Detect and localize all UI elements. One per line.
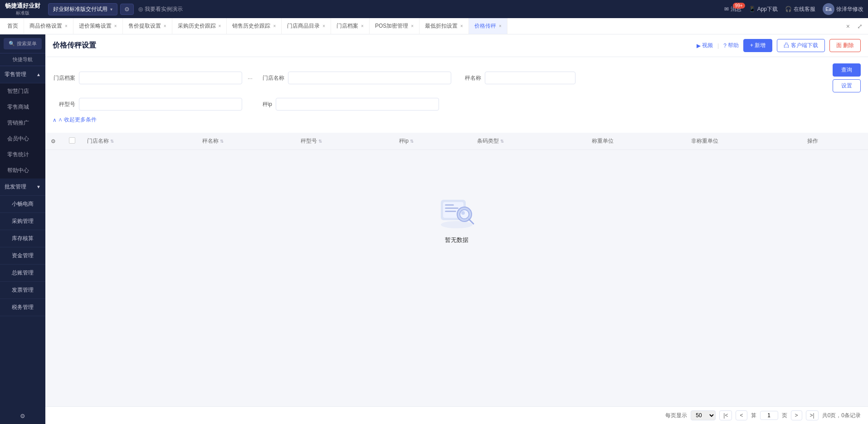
th-scale-ip-label: 秤ip	[399, 138, 409, 144]
maximize-tab-button[interactable]: ⤢	[853, 21, 866, 32]
sidebar-item-inventory-label: 库存核算	[12, 235, 34, 242]
page-label: 算	[751, 412, 756, 419]
th-scale-ip[interactable]: 秤ip ⇅	[394, 133, 472, 150]
scale-ip-input[interactable]	[276, 98, 439, 111]
tab-sale-price-close[interactable]: ×	[164, 24, 166, 29]
tab-price-scale-close[interactable]: ×	[499, 24, 502, 29]
app-download-button[interactable]: 📱 App下载	[749, 5, 778, 13]
store-profile-dots[interactable]: ···	[246, 75, 254, 82]
user-menu[interactable]: Ea 徐泽华修改	[823, 3, 863, 15]
store-name-input[interactable]	[288, 72, 451, 84]
collapse-filter-button[interactable]: ∧ ∧ 收起更多条件	[53, 116, 861, 124]
page-actions: ▶ 视频 | ? 帮助 + 新增 凸 客户端下载 面 删除	[697, 39, 861, 52]
sidebar-search: 🔍 搜索菜单	[0, 34, 45, 53]
tab-min-discount[interactable]: 最低折扣设置 ×	[419, 18, 469, 34]
settings-button[interactable]: ⚙	[120, 4, 134, 15]
first-page-button[interactable]: |<	[719, 410, 732, 420]
tab-sale-history-close[interactable]: ×	[273, 24, 276, 29]
sidebar-item-retail[interactable]: 零售管理 ▲	[0, 66, 45, 83]
sort-icon: ⇅	[110, 139, 114, 144]
th-scale-name[interactable]: 秤名称 ⇅	[197, 133, 295, 150]
th-scale-model[interactable]: 秤型号 ⇅	[295, 133, 394, 150]
sidebar-item-smart-store[interactable]: 智慧门店	[0, 83, 45, 99]
tab-price-settings[interactable]: 商品价格设置 ×	[24, 18, 73, 34]
add-button[interactable]: + 新增	[743, 39, 772, 52]
tab-sale-history[interactable]: 销售历史价跟踪 ×	[227, 18, 282, 34]
total-info: 共0页，0条记录	[822, 412, 861, 419]
sidebar-item-marketing[interactable]: 营销推广	[0, 115, 45, 131]
per-page-select[interactable]: 50 20 100	[691, 410, 716, 420]
delete-button[interactable]: 面 删除	[829, 39, 861, 52]
th-actions-label: 操作	[807, 138, 818, 144]
tab-store-catalog[interactable]: 门店商品目录 ×	[282, 18, 331, 34]
th-settings[interactable]: ⚙	[45, 133, 63, 150]
sidebar-item-xiao-chang[interactable]: 小畅电商	[0, 196, 45, 213]
filter-scale-ip: 秤ip	[249, 98, 439, 111]
sidebar-item-wholesale[interactable]: 批发管理 ▼	[0, 178, 45, 196]
th-barcode-type-label: 条码类型	[477, 138, 499, 144]
tab-sale-price[interactable]: 售价提取设置 ×	[123, 18, 172, 34]
gear-icon: ⚙	[124, 6, 130, 13]
th-store-name[interactable]: 门店名称 ⇅	[82, 133, 197, 150]
last-page-button[interactable]: >|	[806, 410, 819, 420]
filter-store-name: 门店名称	[262, 72, 451, 84]
message-button[interactable]: ✉ 消息 99+	[724, 5, 741, 13]
sidebar-item-invoice[interactable]: 发票管理	[0, 282, 45, 299]
message-badge: 99+	[733, 3, 745, 9]
video-link[interactable]: ▶ 视频	[697, 42, 713, 49]
tab-min-discount-close[interactable]: ×	[460, 24, 463, 29]
tab-store-profile-close[interactable]: ×	[361, 24, 364, 29]
tab-purchase-history[interactable]: 采购历史价跟踪 ×	[172, 18, 227, 34]
sidebar-item-tax[interactable]: 税务管理	[0, 299, 45, 316]
sidebar-item-retail-stats[interactable]: 零售统计	[0, 147, 45, 163]
svg-point-7	[460, 210, 469, 219]
settings-icon: ⚙	[20, 413, 25, 419]
tab-home[interactable]: 首页	[2, 18, 24, 34]
demo-button[interactable]: ◎ 我要看实例演示	[134, 4, 187, 15]
next-page-button[interactable]: >	[791, 410, 802, 420]
settings-query-button[interactable]: 设置	[833, 79, 861, 92]
tab-price-settings-close[interactable]: ×	[65, 24, 68, 29]
divider: |	[717, 42, 719, 49]
online-service-button[interactable]: 🎧 在线客服	[785, 5, 815, 13]
sidebar-item-xiao-chang-label: 小畅电商	[12, 200, 34, 208]
tab-store-catalog-close[interactable]: ×	[322, 24, 325, 29]
sidebar-item-purchase[interactable]: 采购管理	[0, 213, 45, 230]
quick-nav-button[interactable]: 快捷导航	[0, 53, 45, 66]
page-input[interactable]	[760, 411, 778, 420]
tab-store-catalog-label: 门店商品目录	[287, 22, 320, 30]
scale-model-input[interactable]	[79, 98, 242, 111]
tab-price-scale[interactable]: 价格传秤 ×	[469, 18, 507, 34]
sidebar-item-general-ledger[interactable]: 总账管理	[0, 265, 45, 282]
logo: 畅捷通好业财 标准版	[5, 2, 41, 16]
page-unit: 页	[782, 412, 787, 419]
th-barcode-type[interactable]: 条码类型 ⇅	[472, 133, 587, 150]
prev-page-button[interactable]: <	[736, 410, 747, 420]
tab-store-profile-label: 门店档案	[336, 22, 358, 30]
sidebar-item-inventory[interactable]: 库存核算	[0, 230, 45, 247]
tab-store-profile[interactable]: 门店档案 ×	[331, 18, 370, 34]
search-menu-button[interactable]: 🔍 搜索菜单	[4, 38, 42, 49]
th-checkbox[interactable]	[63, 133, 82, 150]
user-initials: Ea	[825, 6, 831, 12]
sidebar-item-retail-mall[interactable]: 零售商城	[0, 99, 45, 115]
tab-purchase-history-close[interactable]: ×	[219, 24, 221, 29]
sidebar-item-member[interactable]: 会员中心	[0, 131, 45, 147]
version-selector[interactable]: 好业财标准版交付试用 ▾	[48, 3, 117, 15]
close-tab-button[interactable]: ×	[843, 21, 853, 32]
tab-purchase-strategy[interactable]: 进价策略设置 ×	[73, 18, 123, 34]
tab-pos-management-close[interactable]: ×	[411, 24, 414, 29]
tab-purchase-strategy-close[interactable]: ×	[114, 24, 117, 29]
help-link[interactable]: ? 帮助	[723, 42, 739, 49]
sidebar-item-help-center[interactable]: 帮助中心	[0, 163, 45, 178]
tab-pos-management[interactable]: POS加密管理 ×	[370, 18, 419, 34]
demo-label: 我要看实例演示	[145, 5, 183, 13]
sidebar-item-purchase-label: 采购管理	[12, 217, 34, 225]
store-profile-input[interactable]	[79, 72, 242, 84]
select-all-checkbox[interactable]	[69, 137, 75, 144]
scale-name-input[interactable]	[485, 72, 575, 84]
sidebar-item-finance[interactable]: 资金管理	[0, 247, 45, 265]
query-button[interactable]: 查询	[833, 63, 861, 77]
sidebar-settings-button[interactable]: ⚙	[0, 408, 45, 424]
download-button[interactable]: 凸 客户端下载	[777, 39, 824, 52]
